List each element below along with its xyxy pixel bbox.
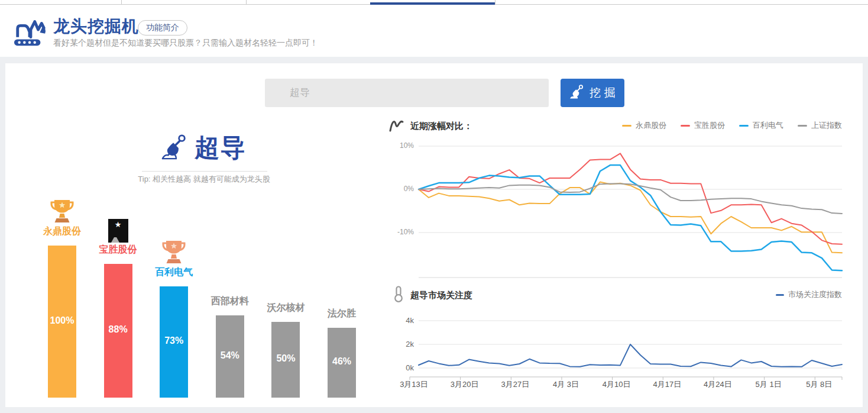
tick-label: 3月20日 <box>440 379 490 390</box>
app-header: 龙头挖掘机 功能简介 看好某个题材但是不知道要买哪只股票？只需输入题材名轻轻一点… <box>0 5 868 57</box>
legend-item[interactable]: 永鼎股份 <box>622 120 666 131</box>
tick-label: 4月24日 <box>693 379 743 390</box>
legend-label: 永鼎股份 <box>636 120 666 131</box>
tick-label: 5月 8日 <box>794 379 844 390</box>
tick-label: 0k <box>382 363 414 372</box>
divider <box>142 171 267 172</box>
tick-label: 0% <box>382 185 414 193</box>
bar-label: 宝胜股份 <box>83 244 154 256</box>
page-title: 龙头挖掘机 <box>53 15 139 38</box>
legend-dash-icon <box>776 294 784 296</box>
excavator-logo-icon <box>13 14 47 50</box>
bar-label: 法尔胜 <box>306 308 377 320</box>
tab-separator <box>246 0 247 5</box>
attention-chart-title: 超导市场关注度 <box>410 290 472 301</box>
bar-label: 百利电气 <box>138 266 209 279</box>
theme-title: 超导 <box>195 131 247 164</box>
tick-label: 4k <box>382 316 414 325</box>
feature-intro-button[interactable]: 功能简介 <box>138 20 187 36</box>
comparison-chart-title: 近期涨幅对比： <box>410 121 472 132</box>
legend-label: 百利电气 <box>753 120 783 131</box>
legend-label: 宝胜股份 <box>694 120 725 131</box>
tick-label: 4月10日 <box>592 379 642 390</box>
legend-item[interactable]: 宝胜股份 <box>681 120 725 131</box>
dig-button[interactable]: 挖 掘 <box>561 79 624 107</box>
tick-label: 2k <box>382 340 414 349</box>
bar-value: 54% <box>216 350 244 361</box>
search-input[interactable] <box>265 79 549 107</box>
theme-title-block: 超导 <box>18 131 390 164</box>
bar-value: 88% <box>104 324 132 335</box>
gold-trophy-icon <box>49 198 75 224</box>
bar-value: 46% <box>328 356 356 367</box>
legend-item[interactable]: 市场关注度指数 <box>776 289 842 300</box>
legend-label: 上证指数 <box>811 120 842 131</box>
page: 龙头挖掘机 功能简介 看好某个题材但是不知道要买哪只股票？只需输入题材名轻轻一点… <box>0 0 868 413</box>
tick-label: 3月13日 <box>389 379 439 390</box>
tick-label: -10% <box>382 228 414 236</box>
legend-dash-icon <box>739 125 749 127</box>
trophy-base <box>111 237 119 243</box>
tick-label: 3月27日 <box>490 379 540 390</box>
legend-item[interactable]: 上证指数 <box>798 120 842 131</box>
legend-dash-icon <box>681 125 690 127</box>
bar-value: 50% <box>271 353 300 364</box>
star-icon: ★ <box>108 220 128 229</box>
legend-dash-icon <box>622 125 631 127</box>
shovel-icon <box>569 84 585 102</box>
tick-label: 4月 3日 <box>541 379 591 390</box>
black-trophy-icon: ★ <box>108 219 128 243</box>
tab-separator <box>121 0 122 5</box>
thermometer-icon <box>390 286 407 305</box>
bar-value: 100% <box>48 315 76 326</box>
tick-label: 10% <box>382 141 414 150</box>
theme-tip: Tip: 相关性越高 就越有可能成为龙头股 <box>18 174 390 185</box>
tick-label: 5月 1日 <box>744 379 793 390</box>
trend-wave-icon <box>388 117 404 135</box>
page-subtitle: 看好某个题材但是不知道要买哪只股票？只需输入题材名轻轻一点即可！ <box>53 38 318 49</box>
legend-dash-icon <box>798 125 807 127</box>
dig-button-label: 挖 掘 <box>590 85 615 101</box>
comparison-chart-legend: 永鼎股份宝胜股份百利电气上证指数 <box>622 120 842 131</box>
tab-separator <box>495 0 495 5</box>
bar-value: 73% <box>160 335 188 346</box>
tab-strip[interactable] <box>0 0 868 5</box>
attention-chart-legend: 市场关注度指数 <box>776 289 842 300</box>
main-card <box>5 63 863 407</box>
bar-label: 永鼎股份 <box>27 225 98 238</box>
shovel-icon <box>161 133 189 163</box>
legend-label: 市场关注度指数 <box>788 289 842 300</box>
bronze-trophy-icon <box>161 239 187 265</box>
legend-item[interactable]: 百利电气 <box>739 120 783 131</box>
tick-label: 4月17日 <box>642 379 692 390</box>
